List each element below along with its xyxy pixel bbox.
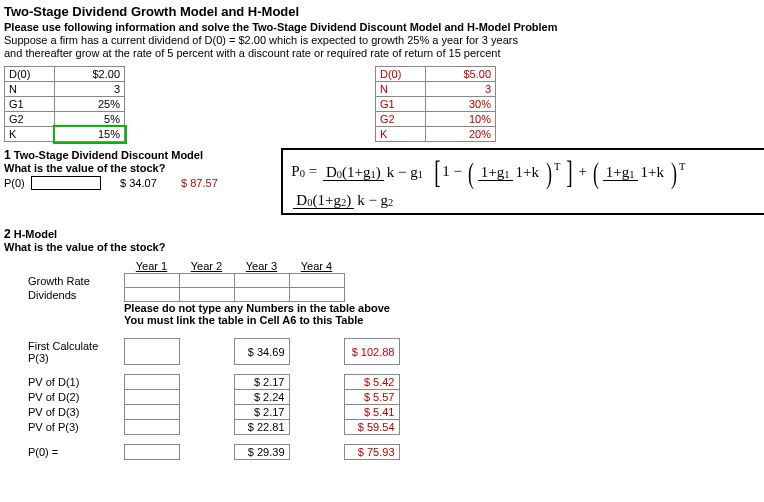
p0-label: P(0)	[4, 177, 25, 189]
p0-answer-1: $ 34.07	[107, 177, 157, 189]
page-title: Two-Stage Dividend Growth Model and H-Mo…	[4, 4, 764, 19]
subtitle: Please use following information and sol…	[4, 21, 764, 33]
p0-input[interactable]	[31, 176, 101, 190]
year-2-header: Year 2	[179, 259, 234, 274]
calc-table: First Calculate P(3) $ 34.69 $ 102.88 PV…	[24, 338, 400, 460]
g2-label-b: G2	[376, 112, 426, 127]
n-value[interactable]: 3	[55, 82, 125, 97]
p0-answer-2: $ 87.57	[163, 177, 218, 189]
pvp3-value-1: $ 22.81	[234, 420, 289, 435]
p0-final-value-2: $ 75.93	[344, 445, 399, 460]
pvd1-input[interactable]	[124, 375, 179, 390]
k-label: K	[5, 127, 55, 142]
g1-value-b[interactable]: 30%	[426, 97, 496, 112]
g1-label-b: G1	[376, 97, 426, 112]
section-2-question: What is the value of the stock?	[4, 241, 764, 253]
inputs-table-b[interactable]: D(0)$5.00 N3 G130% G210% K20%	[375, 66, 496, 142]
k-value-b[interactable]: 20%	[426, 127, 496, 142]
growth-rate-y4[interactable]	[289, 274, 344, 288]
g2-value[interactable]: 5%	[55, 112, 125, 127]
first-calc-p3-label: First Calculate P(3)	[24, 339, 124, 365]
n-value-b[interactable]: 3	[426, 82, 496, 97]
dividends-y3[interactable]	[234, 288, 289, 302]
note-1: Please do not type any Numbers in the ta…	[124, 302, 764, 314]
dividends-label: Dividends	[24, 288, 124, 302]
k-value[interactable]: 15%	[55, 127, 125, 142]
pvd3-label: PV of D(3)	[24, 405, 124, 420]
dividends-y1[interactable]	[124, 288, 179, 302]
dividends-y2[interactable]	[179, 288, 234, 302]
p0-final-label: P(0) =	[24, 445, 124, 460]
d0-label-b: D(0)	[376, 67, 426, 82]
g2-value-b[interactable]: 10%	[426, 112, 496, 127]
year-4-header: Year 4	[289, 259, 344, 274]
fcp3-value-1: $ 34.69	[234, 339, 289, 365]
inputs-table-a[interactable]: D(0)$2.00 N3 G125% G25% K15%	[4, 66, 125, 142]
p0-final-input[interactable]	[124, 445, 179, 460]
year-table[interactable]: Year 1 Year 2 Year 3 Year 4 Growth Rate …	[24, 259, 345, 302]
growth-rate-label: Growth Rate	[24, 274, 124, 288]
assumption-2: and thereafter grow at the rate of 5 per…	[4, 47, 764, 59]
pvd3-value-1: $ 2.17	[234, 405, 289, 420]
section-2-num: 2	[4, 227, 11, 241]
pvd1-value-1: $ 2.17	[234, 375, 289, 390]
k-label-b: K	[376, 127, 426, 142]
pvp3-value-2: $ 59.54	[344, 420, 399, 435]
d0-value-b[interactable]: $5.00	[426, 67, 496, 82]
pvd2-input[interactable]	[124, 390, 179, 405]
pvd3-value-2: $ 5.41	[344, 405, 399, 420]
pvp3-label: PV of P(3)	[24, 420, 124, 435]
section-1-num: 1	[4, 148, 11, 162]
year-1-header: Year 1	[124, 259, 179, 274]
section-1-question: What is the value of the stock?	[4, 162, 281, 174]
pvd1-label: PV of D(1)	[24, 375, 124, 390]
g2-label: G2	[5, 112, 55, 127]
fcp3-input[interactable]	[124, 339, 179, 365]
pvd2-value-1: $ 2.24	[234, 390, 289, 405]
growth-rate-y3[interactable]	[234, 274, 289, 288]
section-1-title: Two-Stage Dividend Discount Model	[14, 149, 203, 161]
formula-box: P0 = D0(1+g1)k − g1 [1 − (1+g11+k)T ] + …	[281, 148, 764, 215]
g1-label: G1	[5, 97, 55, 112]
pvd3-input[interactable]	[124, 405, 179, 420]
assumption-1: Suppose a firm has a current dividend of…	[4, 34, 764, 46]
year-3-header: Year 3	[234, 259, 289, 274]
n-label: N	[5, 82, 55, 97]
growth-rate-y2[interactable]	[179, 274, 234, 288]
d0-label: D(0)	[5, 67, 55, 82]
note-2: You must link the table in Cell A6 to th…	[124, 314, 764, 326]
n-label-b: N	[376, 82, 426, 97]
pvd2-label: PV of D(2)	[24, 390, 124, 405]
growth-rate-y1[interactable]	[124, 274, 179, 288]
fcp3-value-2: $ 102.88	[344, 339, 399, 365]
pvd2-value-2: $ 5.57	[344, 390, 399, 405]
section-2-title: H-Model	[14, 228, 57, 240]
dividends-y4[interactable]	[289, 288, 344, 302]
g1-value[interactable]: 25%	[55, 97, 125, 112]
p0-final-value-1: $ 29.39	[234, 445, 289, 460]
pvp3-input[interactable]	[124, 420, 179, 435]
d0-value[interactable]: $2.00	[55, 67, 125, 82]
pvd1-value-2: $ 5.42	[344, 375, 399, 390]
